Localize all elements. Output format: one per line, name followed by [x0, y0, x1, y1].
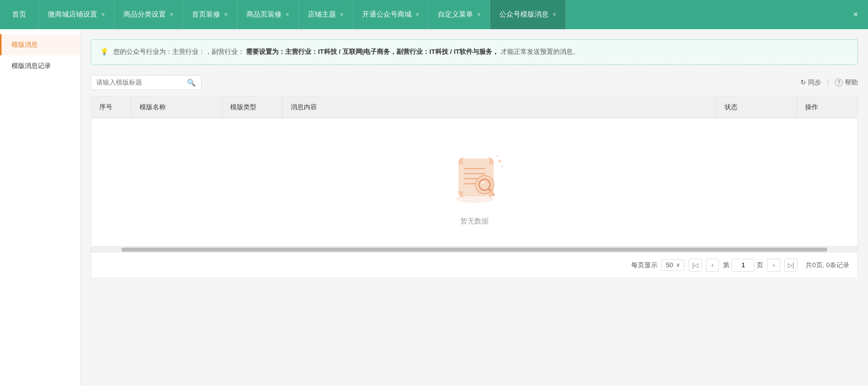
lightbulb-icon: 💡 [100, 48, 108, 55]
notice-highlight: 需要设置为：主营行业：IT科技 / 互联网|电子商务，副营行业：IT科技 / I… [246, 48, 499, 55]
next-page-icon: › [773, 262, 775, 269]
sync-button[interactable]: ↻ 同步 [800, 78, 821, 87]
page-number-input[interactable] [731, 259, 755, 272]
toolbar-divider: | [827, 79, 829, 86]
page-suffix-label: 页 [757, 261, 763, 270]
search-icon[interactable]: 🔍 [187, 79, 195, 87]
close-tab-custom-menu[interactable]: × [477, 11, 481, 18]
close-tab-productpage[interactable]: × [286, 11, 289, 18]
table-header: 序号 模版名称 模版类型 消息内容 状态 操作 [91, 97, 857, 118]
tab-productpage[interactable]: 商品页装修 × [237, 0, 299, 29]
close-tab-category[interactable]: × [170, 11, 173, 18]
empty-text: 暂无数据 [460, 217, 489, 226]
toolbar: 🔍 ↻ 同步 | ? 帮助 [91, 75, 858, 90]
first-page-icon: |◁ [692, 262, 698, 269]
tab-home[interactable]: 首页 [0, 0, 39, 29]
tab-theme[interactable]: 店铺主题 × [299, 0, 353, 29]
sidebar-item-template-msg[interactable]: 模版消息 [0, 34, 80, 55]
per-page-label: 每页显示 [631, 261, 657, 270]
close-tab-wechat-mall[interactable]: × [416, 11, 419, 18]
tab-template-msg[interactable]: 公众号模版消息 × [490, 0, 566, 29]
col-status: 状态 [716, 97, 797, 118]
tab-category[interactable]: 商品分类设置 × [114, 0, 183, 29]
page-input-box: 第 页 [723, 259, 763, 272]
data-table: 序号 模版名称 模版类型 消息内容 状态 操作 [91, 96, 858, 278]
tab-homepage[interactable]: 首页装修 × [183, 0, 237, 29]
pagination: 每页显示 50 ∨ |◁ ‹ 第 页 › [91, 252, 857, 278]
content-area: 💡 您的公众号行业为：主营行业：，副营行业： 需要设置为：主营行业：IT科技 /… [81, 29, 868, 386]
close-tab-template-msg[interactable]: × [553, 11, 556, 18]
search-input[interactable] [96, 79, 187, 86]
sidebar: 模版消息 模版消息记录 [0, 29, 81, 386]
page-prefix-label: 第 [723, 261, 729, 270]
col-type: 模版类型 [222, 97, 283, 118]
toolbar-right: ↻ 同步 | ? 帮助 [800, 78, 858, 87]
chevron-down-icon: ∨ [676, 262, 680, 268]
tab-custom-menu[interactable]: 自定义菜单 × [429, 0, 490, 29]
scrollbar-thumb[interactable] [121, 248, 827, 252]
search-box[interactable]: 🔍 [91, 75, 202, 90]
help-button[interactable]: ? 帮助 [835, 78, 858, 87]
notice-suffix: 才能正常发送预置的消息。 [501, 48, 579, 55]
last-page-icon: ▷| [788, 262, 794, 269]
next-page-button[interactable]: › [767, 259, 780, 272]
tab-bar: 首页 微商城店铺设置 × 商品分类设置 × 首页装修 × 商品页装修 × 店铺主… [0, 0, 868, 29]
sidebar-item-template-record[interactable]: 模版消息记录 [0, 55, 80, 76]
col-action: 操作 [797, 97, 857, 118]
empty-illustration [444, 148, 505, 209]
svg-point-8 [481, 181, 484, 184]
page-size-select[interactable]: 50 ∨ [661, 259, 685, 271]
notice-prefix: 您的公众号行业为：主营行业：，副营行业： [113, 48, 244, 55]
col-content: 消息内容 [283, 97, 716, 118]
total-info: 共0页, 0条记录 [806, 261, 849, 270]
empty-state: 暂无数据 [91, 118, 857, 246]
tab-wechat-mall[interactable]: 开通公众号商城 × [353, 0, 429, 29]
svg-point-11 [496, 155, 498, 157]
svg-point-10 [501, 165, 503, 167]
first-page-button[interactable]: |◁ [689, 259, 702, 272]
notice-box: 💡 您的公众号行业为：主营行业：，副营行业： 需要设置为：主营行业：IT科技 /… [91, 39, 858, 65]
svg-point-9 [498, 160, 501, 163]
horizontal-scrollbar[interactable] [91, 246, 857, 252]
prev-page-button[interactable]: ‹ [706, 259, 719, 272]
col-name: 模版名称 [131, 97, 222, 118]
col-seq: 序号 [91, 97, 131, 118]
sync-icon: ↻ [800, 79, 806, 86]
prev-page-icon: ‹ [711, 262, 713, 269]
main-layout: 模版消息 模版消息记录 💡 您的公众号行业为：主营行业：，副营行业： 需要设置为… [0, 29, 868, 386]
help-circle-icon: ? [835, 79, 843, 87]
close-tab-weishop[interactable]: × [101, 11, 105, 18]
last-page-button[interactable]: ▷| [784, 259, 797, 272]
page-size-value: 50 [666, 261, 673, 269]
global-close-button[interactable]: × [843, 0, 868, 29]
tab-weishop[interactable]: 微商城店铺设置 × [39, 0, 114, 29]
close-tab-theme[interactable]: × [340, 11, 344, 18]
empty-svg [444, 148, 505, 209]
close-tab-homepage[interactable]: × [224, 11, 228, 18]
